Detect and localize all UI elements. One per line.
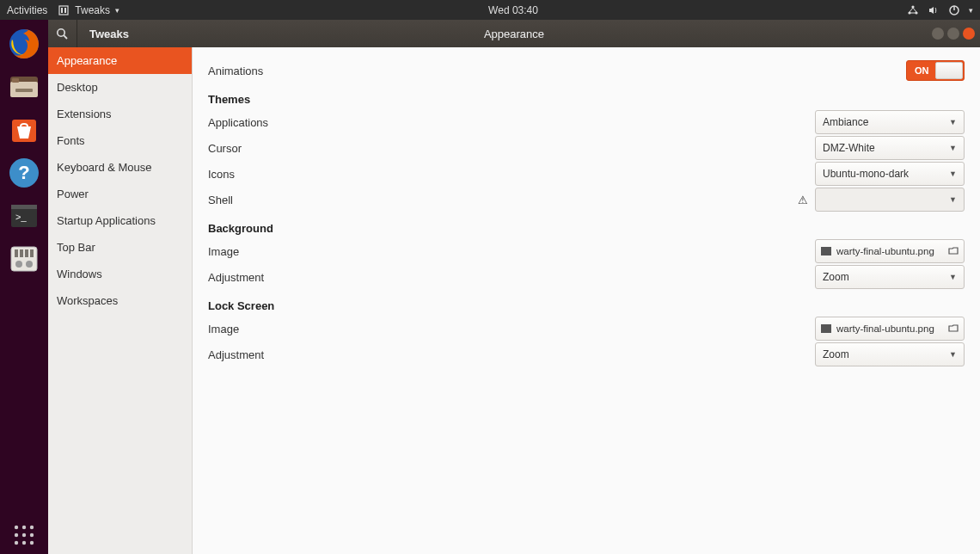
svg-point-24 (15, 261, 22, 268)
chevron-down-icon: ▼ (949, 144, 957, 152)
ls-adjustment-value: Zoom (823, 348, 849, 360)
icons-label: Icons (208, 168, 815, 181)
sidebar-item-fonts[interactable]: Fonts (48, 127, 192, 154)
svg-point-30 (22, 533, 26, 537)
launcher-terminal[interactable]: >_ (5, 197, 43, 235)
icons-value: Ubuntu-mono-dark (823, 168, 909, 180)
shell-combo: ▼ (815, 188, 965, 212)
section-title: Appearance (484, 28, 544, 40)
svg-text:?: ? (18, 162, 29, 183)
launcher-software[interactable] (5, 111, 43, 149)
svg-rect-11 (12, 78, 19, 83)
background-heading: Background (208, 217, 965, 235)
ls-adjustment-combo[interactable]: Zoom ▼ (815, 342, 965, 366)
svg-point-28 (30, 526, 34, 529)
image-file-icon (821, 247, 831, 255)
shell-label: Shell (208, 194, 798, 206)
sidebar-item-keyboard-mouse[interactable]: Keyboard & Mouse (48, 154, 192, 181)
lockscreen-heading: Lock Screen (208, 294, 965, 312)
launcher-tweaks[interactable] (5, 240, 43, 278)
launcher-help[interactable]: ? (5, 154, 43, 192)
bg-adjustment-label: Adjustment (208, 271, 815, 284)
svg-point-35 (58, 28, 64, 35)
launcher-dock: ? >_ (0, 20, 48, 554)
svg-point-27 (22, 526, 26, 529)
icons-combo[interactable]: Ubuntu-mono-dark ▼ (815, 162, 965, 186)
sidebar-item-topbar[interactable]: Top Bar (48, 234, 192, 261)
cursor-label: Cursor (208, 142, 815, 155)
svg-point-25 (26, 261, 33, 268)
activities-button[interactable]: Activities (7, 4, 47, 16)
svg-line-36 (64, 35, 67, 39)
chevron-down-icon: ▼ (949, 273, 957, 281)
chevron-down-icon: ▼ (949, 169, 957, 178)
content-pane: Animations ON Themes Applications Ambian… (193, 47, 980, 554)
cursor-value: DMZ-White (823, 142, 875, 154)
animations-switch[interactable]: ON (906, 60, 965, 81)
svg-point-32 (15, 541, 18, 545)
sidebar-item-startup[interactable]: Startup Applications (48, 207, 192, 234)
titlebar: Tweaks Appearance (48, 20, 980, 47)
svg-rect-23 (30, 249, 34, 257)
svg-rect-17 (11, 205, 37, 209)
open-file-icon (948, 323, 959, 335)
power-icon[interactable] (948, 4, 960, 16)
bg-adjustment-value: Zoom (823, 271, 849, 283)
launcher-files[interactable] (5, 68, 43, 106)
network-icon[interactable] (907, 4, 919, 16)
maximize-button[interactable] (947, 28, 959, 40)
svg-point-26 (15, 526, 18, 529)
svg-point-34 (30, 541, 34, 545)
search-button[interactable] (48, 20, 77, 47)
bg-image-value: warty-final-ubuntu.png (836, 246, 934, 256)
warning-icon: ⚠ (798, 194, 808, 206)
sidebar: Appearance Desktop Extensions Fonts Keyb… (48, 47, 193, 554)
chevron-down-icon: ▼ (949, 118, 957, 126)
svg-rect-0 (59, 6, 68, 15)
applications-label: Applications (208, 116, 815, 129)
applications-value: Ambiance (823, 116, 868, 128)
chevron-down-icon: ▼ (949, 195, 957, 204)
top-panel: Activities Tweaks ▾ Wed 03:40 ▾ (0, 0, 980, 20)
volume-icon[interactable] (928, 4, 940, 16)
bg-adjustment-combo[interactable]: Zoom ▼ (815, 265, 965, 289)
sidebar-item-workspaces[interactable]: Workspaces (48, 287, 192, 314)
animations-label: Animations (208, 65, 906, 77)
ls-image-value: warty-final-ubuntu.png (836, 323, 934, 334)
themes-heading: Themes (208, 88, 965, 106)
switch-knob (935, 62, 963, 79)
svg-point-31 (30, 533, 34, 537)
cursor-combo[interactable]: DMZ-White ▼ (815, 136, 965, 160)
sidebar-item-power[interactable]: Power (48, 181, 192, 207)
bg-image-chooser[interactable]: warty-final-ubuntu.png (815, 239, 965, 263)
ls-adjustment-label: Adjustment (208, 348, 815, 361)
tweaks-window: Tweaks Appearance Appearance Desktop Ext… (48, 20, 980, 554)
tweaks-icon (58, 4, 70, 16)
applications-combo[interactable]: Ambiance ▼ (815, 110, 965, 134)
sidebar-item-windows[interactable]: Windows (48, 261, 192, 287)
launcher-firefox[interactable] (5, 25, 43, 63)
image-file-icon (821, 324, 831, 333)
switch-on-label: ON (907, 65, 929, 76)
close-button[interactable] (963, 28, 975, 40)
svg-rect-12 (15, 89, 33, 92)
sidebar-item-extensions[interactable]: Extensions (48, 101, 192, 127)
svg-rect-2 (64, 8, 66, 13)
sidebar-item-desktop[interactable]: Desktop (48, 74, 192, 101)
ls-image-chooser[interactable]: warty-final-ubuntu.png (815, 317, 965, 341)
svg-rect-20 (15, 249, 18, 257)
svg-rect-1 (61, 8, 63, 13)
svg-point-33 (22, 541, 26, 545)
minimize-button[interactable] (932, 28, 944, 40)
clock[interactable]: Wed 03:40 (119, 4, 907, 16)
svg-rect-22 (25, 249, 28, 257)
svg-point-29 (15, 533, 18, 537)
app-menu-label: Tweaks (75, 4, 110, 16)
svg-rect-21 (20, 249, 23, 257)
window-title: Tweaks (77, 28, 129, 40)
show-applications[interactable] (5, 516, 43, 554)
svg-text:>_: >_ (15, 212, 27, 222)
chevron-down-icon[interactable]: ▾ (969, 6, 973, 15)
app-menu[interactable]: Tweaks ▾ (58, 4, 119, 16)
sidebar-item-appearance[interactable]: Appearance (48, 47, 192, 74)
